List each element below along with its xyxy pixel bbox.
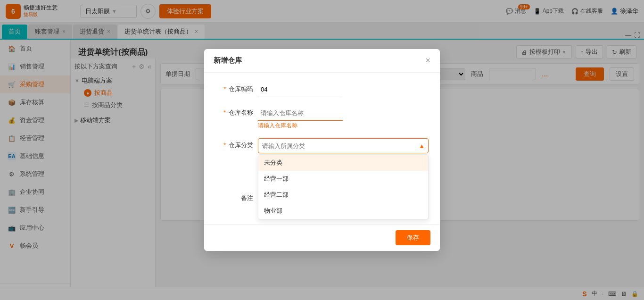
warehouse-code-input[interactable] [258,82,343,97]
dropdown-item-property[interactable]: 物业部 [258,203,428,219]
category-label: * 仓库分类 [215,138,253,150]
modal-title: 新增仓库 [214,56,242,65]
warehouse-name-input[interactable] [258,106,343,121]
name-label: * 仓库名称 [215,106,253,117]
add-warehouse-modal: 新增仓库 × * 仓库编码 * 仓库名称 请输入仓库名称 [204,49,440,251]
category-dropdown-arrow[interactable]: ▲ [419,142,425,150]
name-input-wrap: 请输入仓库名称 [258,106,429,130]
form-row-category: * 仓库分类 ▲ 未分类 经营一部 经营二部 物业部 [215,138,429,153]
form-row-code: * 仓库编码 [215,82,429,97]
dropdown-item-operation1[interactable]: 经营一部 [258,171,428,187]
modal-footer: 保存 [204,224,440,251]
code-label: * 仓库编码 [215,82,253,93]
modal-header: 新增仓库 × [204,49,440,73]
form-row-name: * 仓库名称 请输入仓库名称 [215,106,429,130]
name-error-msg: 请输入仓库名称 [258,122,429,130]
code-input-wrap [258,82,429,97]
modal-save-button[interactable]: 保存 [396,230,430,245]
category-dropdown: 未分类 经营一部 经营二部 物业部 [258,154,429,219]
note-label: 备注 [215,191,253,202]
dropdown-item-operation2[interactable]: 经营二部 [258,187,428,203]
category-input-wrap: ▲ 未分类 经营一部 经营二部 物业部 [258,138,429,153]
warehouse-category-input[interactable] [258,138,429,153]
modal-body: * 仓库编码 * 仓库名称 请输入仓库名称 * 仓库分类 [204,73,440,224]
dropdown-item-uncategorized[interactable]: 未分类 [258,155,428,171]
modal-close-button[interactable]: × [425,56,430,66]
